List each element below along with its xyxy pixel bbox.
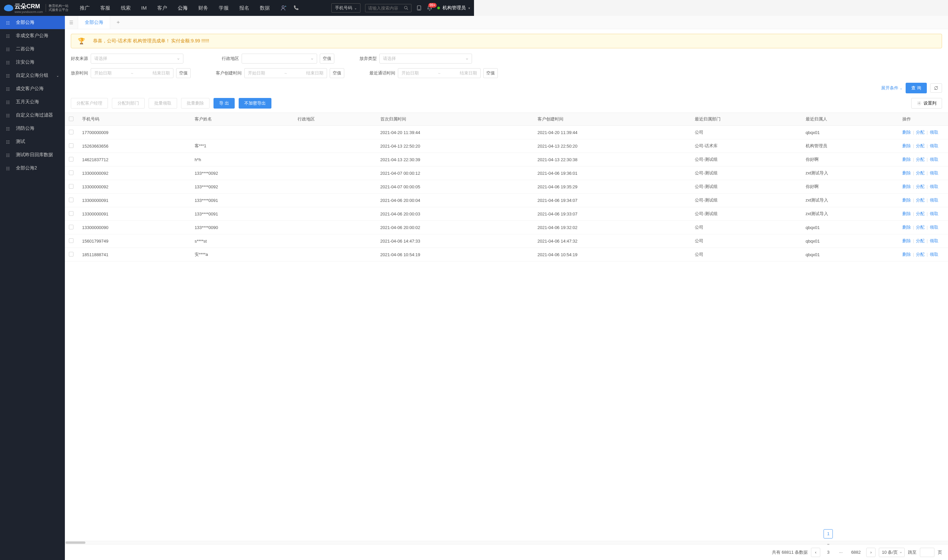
nav-item[interactable]: 线索 xyxy=(116,0,135,16)
row-checkbox[interactable] xyxy=(69,143,74,148)
sidebar-item[interactable]: 全部公海2 xyxy=(0,162,65,175)
svg-point-3 xyxy=(419,9,419,10)
row-checkbox[interactable] xyxy=(69,130,74,134)
filter-label: 放弃时间 xyxy=(71,70,88,76)
cell-region xyxy=(294,139,376,153)
assign-manager-button[interactable]: 分配客户经理 xyxy=(71,98,108,109)
sidebar-item[interactable]: 二咨公海 xyxy=(0,42,65,55)
cell-region xyxy=(294,234,376,248)
status-dot-icon xyxy=(437,7,440,9)
group-icon xyxy=(6,126,11,131)
nav-item[interactable]: 公海 xyxy=(173,0,192,16)
filter-select[interactable]: 请选择 xyxy=(91,54,183,63)
filter-select[interactable] xyxy=(242,54,317,63)
table-row: 13300000092133****00922021-04-07 00:00:1… xyxy=(65,166,474,180)
sidebar-item[interactable]: 自定义公海过滤器 xyxy=(0,109,65,122)
row-checkbox[interactable] xyxy=(69,184,74,189)
cell-first: 2021-04-06 20:00:02 xyxy=(376,221,474,234)
table-row: 18511888741安****a2021-04-06 10:54:192021… xyxy=(65,248,474,262)
group-icon xyxy=(6,60,11,65)
row-checkbox[interactable] xyxy=(69,157,74,162)
tablet-icon[interactable] xyxy=(416,5,422,11)
app-header: 云朵CRM www.yunduocrm.com 教育机构一站 式服务云平台 推广… xyxy=(0,0,474,16)
notice-banner: 🏆 恭喜，公司-话术库 机构管理员成单！ 实付金额:9.99 !!!!!! xyxy=(71,34,474,48)
add-user-icon[interactable] xyxy=(280,5,287,11)
sidebar-item[interactable]: 成交客户公海 xyxy=(0,82,65,95)
global-search[interactable] xyxy=(365,4,411,12)
sidebar-item[interactable]: 五月天公海 xyxy=(0,95,65,109)
export-button[interactable]: 导 出 xyxy=(214,98,235,109)
filter-group: 最近通话时间开始日期~结束日期空值 xyxy=(369,68,474,78)
null-value-button[interactable]: 空值 xyxy=(176,68,191,78)
row-checkbox[interactable] xyxy=(69,171,74,175)
cell-name: 133****0092 xyxy=(191,166,294,180)
table-row: 13300000091133****00912021-04-06 20:00:0… xyxy=(65,207,474,221)
sidebar-item[interactable]: 自定义公海分组⌄ xyxy=(0,69,65,82)
row-checkbox[interactable] xyxy=(69,252,74,257)
filter-actions: 展开条件⌄ 查 询 xyxy=(65,83,474,98)
tab-all-pool[interactable]: 全部公海 xyxy=(78,16,110,29)
notifications-icon[interactable]: 99+ xyxy=(427,5,432,11)
filter-select[interactable]: 请选择 xyxy=(379,54,472,63)
assign-dept-button[interactable]: 分配到部门 xyxy=(112,98,145,109)
cell-region xyxy=(294,180,376,194)
search-type-select[interactable]: 手机号码⌄ xyxy=(331,3,360,12)
search-input[interactable] xyxy=(368,6,401,11)
sidebar-label: 测试 xyxy=(16,138,25,145)
null-value-button[interactable]: 空值 xyxy=(320,54,334,63)
sidebar-label: 全部公海2 xyxy=(16,165,37,171)
group-icon xyxy=(6,34,11,38)
sidebar-item[interactable]: 测试昨日回库数据 xyxy=(0,148,65,162)
cell-region xyxy=(294,207,376,221)
header-quick-icons xyxy=(280,5,299,11)
brand-url: www.yunduocrm.com xyxy=(15,10,43,14)
row-checkbox[interactable] xyxy=(69,211,74,216)
filter-group: 好友来源请选择 xyxy=(71,54,183,63)
nav-item[interactable]: 客户 xyxy=(152,0,172,16)
filter-label: 放弃类型 xyxy=(360,55,377,62)
cell-region xyxy=(294,221,376,234)
null-value-button[interactable]: 空值 xyxy=(330,68,344,78)
batch-delete-button[interactable]: 批量删除 xyxy=(181,98,209,109)
table-row: 13300000092133****00922021-04-07 00:00:0… xyxy=(65,180,474,194)
cell-name: 安****a xyxy=(191,248,294,262)
sidebar-item[interactable]: 全部公海 xyxy=(0,16,65,29)
export-plain-button[interactable]: 不加密导出 xyxy=(239,98,271,109)
batch-get-button[interactable]: 批量领取 xyxy=(149,98,177,109)
nav-item[interactable]: 财务 xyxy=(194,0,213,16)
nav-item[interactable]: 客服 xyxy=(95,0,115,16)
sidebar-item[interactable]: 非成交客户公海 xyxy=(0,29,65,42)
user-menu[interactable]: 机构管理员 ▾ xyxy=(437,5,470,11)
tab-list-toggle[interactable]: ☰ xyxy=(65,16,78,29)
cell-name: h*h xyxy=(191,153,294,166)
filter-label: 好友来源 xyxy=(71,55,88,62)
date-range-picker[interactable]: 开始日期~结束日期 xyxy=(244,68,327,78)
sidebar-label: 测试昨日回库数据 xyxy=(16,152,53,158)
sidebar-label: 自定义公海分组 xyxy=(16,72,48,78)
sidebar-label: 注安公海 xyxy=(16,59,34,65)
tab-add-button[interactable]: ＋ xyxy=(110,16,126,29)
nav-item[interactable]: 推广 xyxy=(75,0,94,16)
search-icon xyxy=(404,6,408,10)
date-range-picker[interactable]: 开始日期~结束日期 xyxy=(91,68,174,78)
row-checkbox[interactable] xyxy=(69,225,74,229)
cell-region xyxy=(294,153,376,166)
phone-icon[interactable] xyxy=(293,5,299,11)
cell-first: 2021-04-06 10:54:19 xyxy=(376,248,474,262)
row-checkbox[interactable] xyxy=(69,238,74,243)
cell-first: 2021-04-06 20:00:03 xyxy=(376,207,474,221)
group-icon xyxy=(6,100,11,104)
cell-phone: 13300000092 xyxy=(78,166,191,180)
filter-group: 放弃时间开始日期~结束日期空值 xyxy=(71,68,191,78)
sidebar-item[interactable]: 测试 xyxy=(0,135,65,148)
sidebar-item[interactable]: 注安公海 xyxy=(0,55,65,69)
nav-item[interactable]: IM xyxy=(137,0,152,16)
sidebar-item[interactable]: 消防公海 xyxy=(0,122,65,135)
nav-item[interactable]: 学服 xyxy=(214,0,233,16)
cell-name: 133****0091 xyxy=(191,194,294,207)
select-all-checkbox[interactable] xyxy=(69,117,74,121)
nav-item[interactable]: 报名 xyxy=(235,0,254,16)
row-checkbox[interactable] xyxy=(69,198,74,202)
nav-item[interactable]: 数据 xyxy=(255,0,274,16)
date-range-picker[interactable]: 开始日期~结束日期 xyxy=(398,68,474,78)
